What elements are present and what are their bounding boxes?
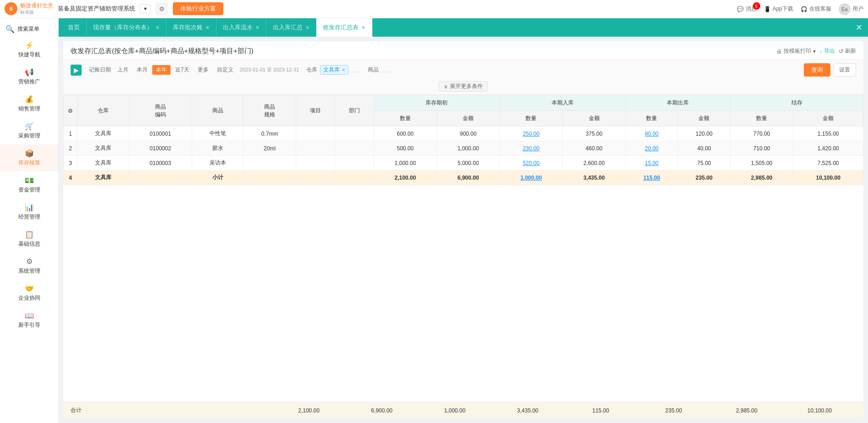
chevron-down-icon: ▾ xyxy=(144,5,147,12)
tab-home-label: 首页 xyxy=(68,23,80,32)
tab-close-icon[interactable]: ✕ xyxy=(155,25,160,31)
sidebar-label-marketing: 营销推广 xyxy=(18,78,40,86)
total-opening-amt: 6,900.00 xyxy=(345,407,418,414)
sidebar: 🔍 搜索菜单 ⚡ 快捷导航 📢 营销推广 💰 销售管理 🛒 采购管理 📦 库存核… xyxy=(0,18,59,423)
date-btn-7days[interactable]: 近7天 xyxy=(171,65,193,75)
row-in-qty-link[interactable]: 520.00 xyxy=(523,160,540,166)
date-btn-prev-month[interactable]: 上月 xyxy=(114,65,132,75)
table-header-opening-amt: 金额 xyxy=(437,111,499,126)
table-settings-header[interactable]: ⚙ xyxy=(64,95,77,126)
row-out-qty[interactable]: 80.00 xyxy=(625,126,678,141)
tab-home[interactable]: 首页 xyxy=(59,18,87,37)
expand-icon: ∨ xyxy=(444,83,448,90)
sidebar-item-search[interactable]: 🔍 搜索菜单 xyxy=(0,22,58,36)
table-header-balance: 结存 xyxy=(730,95,863,111)
export-icon: ↓ xyxy=(819,48,822,55)
row-out-qty[interactable]: 115.00 xyxy=(625,170,678,185)
tab-stock-distribution[interactable]: 现存量（库存分布表） ✕ xyxy=(87,18,166,37)
try-button[interactable]: 体验行业方案 xyxy=(173,2,223,15)
settings-set-button[interactable]: 设置 xyxy=(833,63,856,77)
refresh-button[interactable]: ↺ 刷新 xyxy=(839,47,856,55)
row-out-qty[interactable]: 20.00 xyxy=(625,141,678,156)
sidebar-item-enterprise[interactable]: 🤝 企业协同 xyxy=(0,280,58,307)
row-out-qty-link[interactable]: 20.00 xyxy=(645,145,658,152)
guide-icon: 📖 xyxy=(25,311,34,320)
row-in-qty[interactable]: 230.00 xyxy=(500,141,563,156)
settings-button[interactable]: ⚙ xyxy=(155,2,168,15)
sidebar-item-guide[interactable]: 📖 新手引导 xyxy=(0,307,58,334)
sidebar-item-sales[interactable]: 💰 销售管理 xyxy=(0,90,58,117)
tab-batch-account[interactable]: 库存批次账 ✕ xyxy=(166,18,216,37)
sidebar-item-finance[interactable]: 💵 资金管理 xyxy=(0,171,58,198)
row-out-qty-link[interactable]: 15.00 xyxy=(645,160,658,166)
tab-close-icon[interactable]: ✕ xyxy=(205,25,210,31)
tab-inout-summary[interactable]: 出入库汇总 ✕ xyxy=(266,18,316,37)
system-select[interactable]: ▾ xyxy=(140,4,151,13)
tab-inout-flow[interactable]: 出入库流水 ✕ xyxy=(216,18,266,37)
row-in-qty[interactable]: 250.00 xyxy=(500,126,563,141)
sidebar-item-basic-info[interactable]: 📋 基础信息 xyxy=(0,225,58,253)
date-btn-more[interactable]: 更多 xyxy=(194,65,212,75)
collapse-toggle[interactable]: ▶ xyxy=(71,65,82,76)
sidebar-item-quick-nav[interactable]: ⚡ 快捷导航 xyxy=(0,36,58,63)
total-in-amt: 3,435.00 xyxy=(491,407,564,414)
row-opening-qty: 600.00 xyxy=(374,126,437,141)
tab-stock-distribution-label: 现存量（库存分布表） xyxy=(93,23,153,32)
row-out-qty-link[interactable]: 115.00 xyxy=(643,175,660,181)
sidebar-item-purchase[interactable]: 🛒 采购管理 xyxy=(0,117,58,144)
user-button[interactable]: Ea 用户 xyxy=(839,3,863,15)
logo-text-area: 畅捷通好生意 标准版 xyxy=(20,2,53,15)
sidebar-item-management[interactable]: 📊 经营管理 xyxy=(0,198,58,225)
row-in-qty[interactable]: 520.00 xyxy=(500,156,563,170)
table-row: 3文具库0100003采访本1,000.005,000.00520.002,60… xyxy=(64,156,863,170)
table-row: 1文具库0100001中性笔0.7mm600.00900.00250.00375… xyxy=(64,126,863,141)
row-in-qty[interactable]: 1,000.00 xyxy=(500,170,563,185)
expand-conditions-button[interactable]: ∨ 展开更多条件 xyxy=(439,81,488,92)
sidebar-item-system[interactable]: ⚙ 系统管理 xyxy=(0,253,58,280)
close-all-tabs-button[interactable]: ✕ xyxy=(850,22,868,33)
export-button[interactable]: ↓ 导出 xyxy=(819,47,835,55)
warehouse-tag-text: 文具库 xyxy=(323,66,340,74)
row-warehouse: 文具库 xyxy=(77,126,129,141)
online-service-button[interactable]: 🎧 在线客服 xyxy=(801,5,831,13)
app-download-button[interactable]: 📱 App下载 xyxy=(764,5,793,13)
top-bar-right: 💬 消息 6 📱 App下载 🎧 在线客服 Ea 用户 xyxy=(737,3,863,15)
row-number: 1 xyxy=(64,126,77,141)
tab-close-icon[interactable]: ✕ xyxy=(361,25,365,31)
print-button[interactable]: 🖨 按模板打印 ▾ xyxy=(776,47,816,55)
row-in-qty-link[interactable]: 230.00 xyxy=(523,145,540,152)
query-button[interactable]: 查询 xyxy=(804,63,830,77)
row-goods-spec xyxy=(243,156,296,170)
goods-more-button[interactable]: ... xyxy=(381,66,390,74)
tab-close-icon[interactable]: ✕ xyxy=(305,25,310,31)
sidebar-label-finance: 资金管理 xyxy=(18,186,40,194)
goods-filter: 商品 ... xyxy=(368,66,390,74)
row-in-qty-link[interactable]: 1,000.00 xyxy=(520,175,542,181)
table-row: 4文具库小计2,100.006,900.001,000.003,435.0011… xyxy=(64,170,863,185)
sidebar-item-marketing[interactable]: 📢 营销推广 xyxy=(0,63,58,90)
message-button[interactable]: 💬 消息 6 xyxy=(737,5,757,13)
date-btn-custom[interactable]: 自定义 xyxy=(213,65,237,75)
tab-receipt-summary[interactable]: 收发存汇总表 ✕ xyxy=(316,18,372,37)
date-btn-this-month[interactable]: 本月 xyxy=(133,65,151,75)
date-btn-this-year[interactable]: 本年 xyxy=(152,65,171,75)
row-balance-qty: 2,985.00 xyxy=(730,170,793,185)
warehouse-tag-close[interactable]: ✕ xyxy=(342,67,345,72)
sidebar-item-inventory[interactable]: 📦 库存核算 xyxy=(0,144,58,171)
row-balance-amt: 10,100.00 xyxy=(793,170,863,185)
print-label: 按模板打印 xyxy=(784,47,811,55)
logo-sub: 标准版 xyxy=(20,9,53,16)
row-in-qty-link[interactable]: 250.00 xyxy=(523,131,540,137)
filter-line2: ∨ 展开更多条件 xyxy=(71,79,856,94)
row-out-qty[interactable]: 15.00 xyxy=(625,156,678,170)
tab-inout-summary-label: 出入库汇总 xyxy=(273,23,303,32)
tab-close-icon[interactable]: ✕ xyxy=(255,25,260,31)
warehouse-more-button[interactable]: ... xyxy=(351,66,360,74)
table-header-warehouse: 仓库 xyxy=(77,95,129,126)
online-service-label: 在线客服 xyxy=(809,5,831,13)
table-header-opening-qty: 数量 xyxy=(374,111,437,126)
row-out-qty-link[interactable]: 80.00 xyxy=(645,131,658,137)
refresh-icon: ↺ xyxy=(839,48,843,55)
management-icon: 📊 xyxy=(25,203,34,212)
tab-inout-flow-label: 出入库流水 xyxy=(223,23,253,32)
